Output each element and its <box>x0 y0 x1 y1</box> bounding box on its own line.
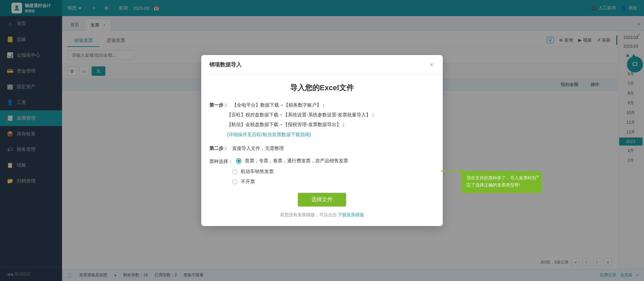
download-template-link[interactable]: 下载发票模版 <box>338 212 364 217</box>
tooltip-box: × 现在支持的票种多了，导入发票时别忘了选择正确的发票类型呀! <box>461 171 542 193</box>
tooltip-line-container <box>441 171 461 171</box>
step1-link: (详细操作见百旺/航信发票数据下载指南) <box>209 130 435 139</box>
radio-option-motor[interactable]: 机动车销售发票 <box>209 169 435 175</box>
modal-footer: 若您没有发票模版，可以点击 下载发票模版 <box>209 212 435 218</box>
step1-label: 第一步： <box>209 102 228 108</box>
modal-big-title: 导入您的Excel文件 <box>209 83 435 93</box>
step1-sub2: 【航信】金税盘数据下载→【报税管理-发票数据导出】； <box>209 120 435 129</box>
radio-motor-label: 机动车销售发票 <box>241 169 274 175</box>
modal-header: 销项数据导入 × <box>201 55 443 75</box>
modal-close-btn[interactable]: × <box>428 60 435 69</box>
radio-option-normal[interactable]: 普票，专票，卷票，通行费发票，农产品销售发票 <box>236 158 348 164</box>
import-modal: 销项数据导入 × 导入您的Excel文件 第一步： 【全电平台】数据下载→【税务… <box>201 55 443 226</box>
radio-motor-circle <box>232 169 237 174</box>
radio-group-label: 票种选择： <box>209 158 233 165</box>
step2-text: 直接导入文件，无需整理 <box>232 146 284 151</box>
tooltip-text: 现在支持的票种多了，导入发票时别忘了选择正确的发票类型呀! <box>467 175 536 187</box>
step1-sub1: 【百旺】税控盘数据下载→【系统设置-系统参数设置-发票批量导入】； <box>209 111 435 119</box>
radio-noissue-circle <box>232 179 237 184</box>
radio-group: 票种选择： 普票，专票，卷票，通行费发票，农产品销售发票 机动车销售发票 不开票 <box>209 158 435 185</box>
tooltip-line <box>441 171 461 171</box>
select-file-button[interactable]: 选择文件 <box>298 193 346 207</box>
radio-option-noissue[interactable]: 不开票 <box>209 179 435 185</box>
radio-normal-circle <box>236 158 241 164</box>
step1-guide-link[interactable]: (详细操作见百旺/航信发票数据下载指南) <box>227 132 311 137</box>
modal-title: 销项数据导入 <box>209 61 241 68</box>
step2-row: 第二步： 直接导入文件，无需整理 <box>209 144 435 153</box>
footer-text: 若您没有发票模版，可以点击 <box>280 212 337 217</box>
tooltip-close-btn[interactable]: × <box>536 173 539 180</box>
step2-label: 第二步： <box>209 146 228 151</box>
radio-label-row: 票种选择： 普票，专票，卷票，通行费发票，农产品销售发票 <box>209 158 435 165</box>
radio-normal-dot <box>237 160 240 162</box>
step1-text: 【全电平台】数据下载→【税务数字账户】； <box>232 102 326 108</box>
radio-normal-label: 普票，专票，卷票，通行费发票，农产品销售发票 <box>245 158 348 164</box>
modal-body: 导入您的Excel文件 第一步： 【全电平台】数据下载→【税务数字账户】； 【百… <box>201 75 443 226</box>
tooltip-wrapper: × 现在支持的票种多了，导入发票时别忘了选择正确的发票类型呀! <box>441 171 542 193</box>
radio-noissue-label: 不开票 <box>241 179 255 185</box>
step1-row: 第一步： 【全电平台】数据下载→【税务数字账户】； 【百旺】税控盘数据下载→【系… <box>209 101 435 139</box>
